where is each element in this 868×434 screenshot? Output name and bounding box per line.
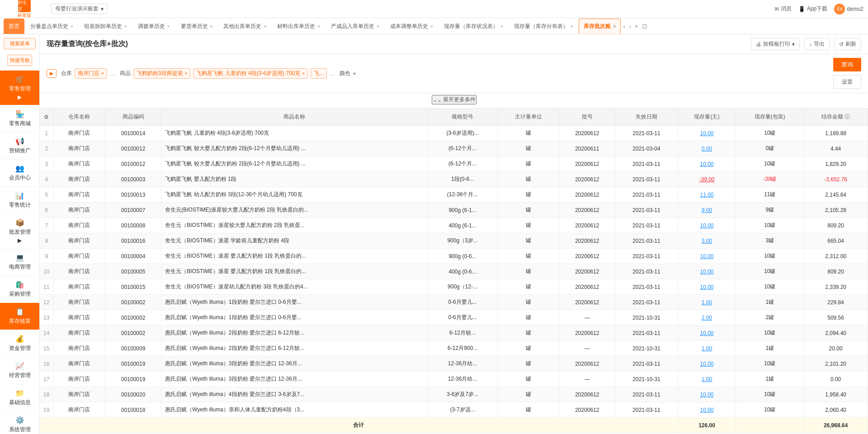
- cell-qty-main[interactable]: 1.00: [678, 295, 736, 310]
- tab-chan-pin[interactable]: 产成品入库单历史 ×: [326, 19, 384, 34]
- sidebar-item-system[interactable]: ⚙️ 系统管理: [0, 411, 39, 434]
- user-avatar[interactable]: Ea demo2: [834, 4, 863, 14]
- app-download-btn[interactable]: 📱 App下载: [798, 5, 827, 13]
- print-btn[interactable]: 🖨 按模板打印 ▾: [751, 38, 800, 50]
- close-icon[interactable]: ×: [430, 24, 433, 29]
- cell-spec: 900g (0-6...: [427, 249, 498, 264]
- cell-qty-main[interactable]: 10.00: [678, 156, 736, 172]
- refresh-btn[interactable]: ↺ 刷新: [834, 38, 861, 50]
- tab-next-btn[interactable]: ›: [627, 23, 632, 30]
- message-btn[interactable]: ✉ 消息: [774, 5, 792, 13]
- filter-expand-btn[interactable]: ▶: [47, 69, 57, 78]
- cell-qty-main[interactable]: 0.00: [678, 141, 736, 156]
- sidebar-item-batch[interactable]: 📦 批发管理 ▶: [0, 214, 39, 249]
- tab-fen-pan[interactable]: 分量盘点单历史 ×: [25, 19, 78, 34]
- close-icon[interactable]: ×: [210, 24, 213, 29]
- cell-qty-main[interactable]: 10.00: [678, 356, 736, 372]
- col-settings[interactable]: ⚙: [40, 108, 53, 126]
- search-menu-btn[interactable]: 搜索菜单: [4, 38, 36, 49]
- sidebar-item-purchase[interactable]: 🛍️ 采购管理: [0, 276, 39, 303]
- cell-qty-main[interactable]: 11.00: [678, 187, 736, 203]
- sidebar-item-ecom[interactable]: 💻 电商管理: [0, 249, 39, 276]
- tab-menu-btn[interactable]: ⊡: [641, 23, 649, 30]
- close-icon[interactable]: ×: [264, 24, 266, 29]
- cell-qty-main[interactable]: 1.00: [678, 341, 736, 356]
- product-ellipsis[interactable]: …: [330, 71, 335, 77]
- settings-icon[interactable]: ⚙: [44, 114, 49, 120]
- product-tag-1-close[interactable]: ×: [185, 71, 188, 76]
- export-btn[interactable]: ↓ 导出: [804, 38, 830, 50]
- tab-kucun-pici[interactable]: 库存批次账 ×: [579, 19, 621, 34]
- product-tag-3[interactable]: 飞...: [311, 68, 327, 79]
- cell-code: 00100012: [105, 156, 161, 172]
- tab-tiao-bo[interactable]: 调拨单历史 ×: [133, 19, 175, 34]
- sidebar-label-inventory: 库存核算: [9, 317, 31, 325]
- product-tag-1[interactable]: 飞鹤奶粉3段两提装 ×: [133, 68, 191, 79]
- close-icon[interactable]: ×: [71, 24, 73, 29]
- sidebar-item-operations[interactable]: 📈 经营管理: [0, 357, 39, 384]
- cell-unit: 罐: [498, 203, 559, 218]
- cell-qty-main[interactable]: 10.00: [678, 326, 736, 341]
- close-icon[interactable]: ×: [571, 24, 573, 29]
- product-tag-2[interactable]: 飞鹤星飞帆 儿童奶粉 4段(3-6岁适用) 700克 ×: [193, 68, 308, 79]
- settings-btn[interactable]: 设置: [833, 75, 861, 89]
- warehouse-tag[interactable]: 南岸门店 ×: [75, 68, 107, 79]
- cell-batch: 20200612: [559, 387, 615, 402]
- close-icon[interactable]: ×: [124, 24, 127, 29]
- cell-qty-main[interactable]: 9.00: [678, 203, 736, 218]
- tab-yao-huo[interactable]: 要货单历史 ×: [176, 19, 218, 34]
- cell-qty-main[interactable]: 10.00: [678, 387, 736, 402]
- cell-batch: 20200612: [559, 126, 615, 141]
- col-code: 商品编码: [105, 108, 161, 126]
- tab-cai-liao[interactable]: 材料出库单历史 ×: [272, 19, 325, 34]
- close-icon[interactable]: ×: [167, 24, 170, 29]
- tab-xian-cun-fenbu[interactable]: 现存量（库存分布表） ×: [509, 19, 578, 34]
- cell-qty-main[interactable]: 10.00: [678, 279, 736, 295]
- close-icon[interactable]: ×: [377, 24, 379, 29]
- tab-cheng-ben[interactable]: 成本调整单历史 ×: [385, 19, 438, 34]
- sidebar-item-finance[interactable]: 💰 资金管理: [0, 330, 39, 357]
- sidebar-item-retail[interactable]: 🛒 零售管理 ▶: [0, 71, 39, 105]
- cell-qty-main[interactable]: 10.00: [678, 126, 736, 141]
- query-btn[interactable]: 查询: [833, 58, 861, 71]
- tab-home[interactable]: 首页: [4, 19, 24, 34]
- tab-qi-ta[interactable]: 其他出库单历史 ×: [218, 19, 271, 34]
- table-row: 3 南岸门店 00100012 飞鹤星飞帆 较大婴儿配方奶粉 2段(6-12个月…: [40, 156, 868, 172]
- warehouse-ellipsis[interactable]: …: [110, 71, 115, 77]
- tab-prev-btn[interactable]: ‹: [622, 23, 627, 30]
- tab-close-all-btn[interactable]: ×: [633, 23, 640, 30]
- cell-qty-main[interactable]: 1.00: [678, 372, 736, 387]
- table-container[interactable]: ⚙ 仓库名称 商品编码 商品名称 规格型号 主计量单位 批号 失效日期 现存量(…: [40, 108, 868, 434]
- cell-qty-main[interactable]: 2.00: [678, 310, 736, 326]
- product-tag-2-close[interactable]: ×: [302, 71, 305, 76]
- cell-warehouse: 南岸门店: [53, 156, 105, 172]
- cell-qty-main[interactable]: 10.00: [678, 249, 736, 264]
- sidebar-item-stats[interactable]: 📊 零售统计: [0, 187, 39, 214]
- cell-expire: 2021-03-11: [615, 264, 678, 279]
- cell-unit: 罐: [498, 249, 559, 264]
- quick-nav-btn[interactable]: 快捷导航: [7, 55, 32, 66]
- summary-label: 合计: [40, 418, 678, 433]
- cell-qty-main[interactable]: 10.00: [678, 218, 736, 233]
- tab-zu-chai[interactable]: 组装拆卸单历史 ×: [79, 19, 132, 34]
- stats-icon: 📊: [15, 191, 24, 200]
- cell-code: 00100019: [105, 356, 161, 372]
- account-selector[interactable]: 母婴行业演示账套 ▾: [51, 4, 108, 14]
- sidebar-item-marketing[interactable]: 📢 营销推广: [0, 132, 39, 160]
- tab-xian-cun-kuzhuang[interactable]: 现存量（库存状况表） ×: [439, 19, 508, 34]
- expand-more-btn[interactable]: ⌄⌄ 展开更多条件: [432, 95, 476, 104]
- sidebar-item-inventory[interactable]: 📋 库存核算: [0, 303, 39, 330]
- sidebar-item-shop[interactable]: 🏪 零售商城: [0, 105, 39, 132]
- sidebar-item-basic[interactable]: 📁 基础信息: [0, 384, 39, 411]
- warehouse-tag-close[interactable]: ×: [101, 71, 104, 76]
- close-icon[interactable]: ×: [500, 24, 503, 29]
- color-dropdown[interactable]: ▾: [353, 71, 356, 77]
- cell-qty-main[interactable]: -39.00: [678, 172, 736, 187]
- cell-name: 舍生元（BIOSTIME）派星 婴儿配方奶粉 1段 乳铁蛋白的...: [161, 264, 427, 279]
- close-icon[interactable]: ×: [613, 24, 616, 29]
- sidebar-item-member[interactable]: 👥 会员中心: [0, 160, 39, 187]
- cell-qty-main[interactable]: 3.00: [678, 233, 736, 249]
- cell-qty-main[interactable]: 10.00: [678, 264, 736, 279]
- cell-qty-main[interactable]: 10.00: [678, 402, 736, 418]
- close-icon[interactable]: ×: [317, 24, 320, 29]
